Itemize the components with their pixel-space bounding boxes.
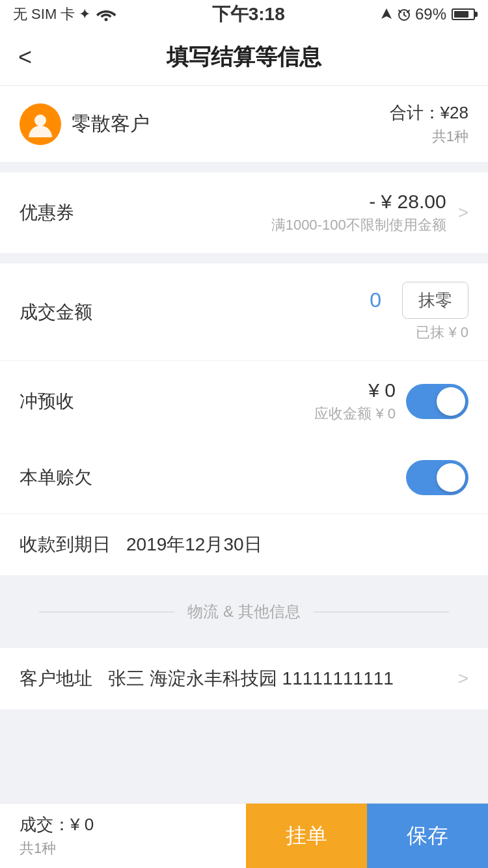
status-left: 无 SIM 卡 ✦ [13,5,116,24]
coupon-amount: - ¥ 28.00 [271,191,446,213]
coupon-label: 优惠券 [20,200,74,225]
transaction-amount-row: 成交金额 0 抹零 已抹 ¥ 0 [0,264,488,361]
debt-row: 本单赊欠 [0,442,488,513]
location-icon [380,7,393,21]
coupon-row[interactable]: 优惠券 - ¥ 28.00 满1000-100不限制使用金额 > [0,172,488,253]
advance-amount: ¥ 0 [314,379,396,401]
debt-toggle[interactable] [406,460,468,495]
address-section[interactable]: 客户地址 张三 海淀永丰科技园 11111111111 > [0,648,488,709]
address-label: 客户地址 [20,666,92,691]
divider-text: 物流 & 其他信息 [187,601,300,622]
coupon-right: - ¥ 28.00 满1000-100不限制使用金额 > [271,191,468,235]
pending-button[interactable]: 挂单 [246,804,367,868]
signal-text: 无 SIM 卡 ✦ [13,5,90,24]
page-title: 填写结算等信息 [167,42,321,72]
bottom-count: 共1种 [20,839,226,858]
transaction-value: 0 [370,288,381,312]
battery-percentage: 69% [415,5,446,23]
bottom-info: 成交：¥ 0 共1种 [0,804,246,868]
wifi-icon [96,7,116,21]
debt-label: 本单赊欠 [20,465,92,490]
save-button[interactable]: 保存 [367,804,488,868]
transaction-label: 成交金额 [20,300,92,325]
address-row[interactable]: 客户地址 张三 海淀永丰科技园 11111111111 > [0,648,488,709]
customer-right: 合计：¥28 共1种 [390,102,468,146]
divider-section: 物流 & 其他信息 [39,588,449,635]
divider-line-right [314,612,449,612]
advance-toggle-knob [437,387,465,416]
battery-icon [452,8,475,20]
due-date-row: 收款到期日 2019年12月30日 [0,513,488,575]
advance-right: ¥ 0 应收金额 ¥ 0 [314,379,468,424]
address-right: > [454,668,468,689]
transaction-section: 成交金额 0 抹零 已抹 ¥ 0 冲预收 ¥ 0 应收金额 ¥ 0 [0,264,488,442]
customer-name: 零散客户 [72,111,150,137]
customer-left: 零散客户 [20,103,150,145]
status-right: 69% [380,5,475,23]
already-rounded-text: 已抹 ¥ 0 [416,323,468,342]
svg-point-0 [105,18,108,21]
debt-section: 本单赊欠 收款到期日 2019年12月30日 [0,442,488,575]
debt-toggle-knob [437,463,465,492]
nav-bar: < 填写结算等信息 [0,29,488,86]
status-time: 下午3:18 [212,2,285,27]
avatar [20,103,61,145]
coupon-section[interactable]: 优惠券 - ¥ 28.00 满1000-100不限制使用金额 > [0,172,488,253]
customer-section: 零散客户 合计：¥28 共1种 [0,86,488,162]
total-count: 共1种 [390,127,468,146]
due-date-value: 2019年12月30日 [126,532,262,557]
coupon-chevron: > [458,202,468,223]
bottom-transaction: 成交：¥ 0 [20,813,226,836]
divider-line-left [39,612,174,612]
logistics-divider: 物流 & 其他信息 [0,575,488,648]
status-bar: 无 SIM 卡 ✦ 下午3:18 69% [0,0,488,29]
advance-desc: 应收金额 ¥ 0 [314,404,396,424]
due-label: 收款到期日 [20,532,111,557]
total-amount: 合计：¥28 [390,102,468,124]
address-value: 张三 海淀永丰科技园 11111111111 [108,666,454,691]
round-button[interactable]: 抹零 [402,282,468,319]
address-chevron: > [458,668,468,689]
bottom-bar: 成交：¥ 0 共1种 挂单 保存 [0,803,488,868]
back-button[interactable]: < [18,44,32,71]
advance-label: 冲预收 [20,389,74,414]
advance-row: 冲预收 ¥ 0 应收金额 ¥ 0 [0,361,488,442]
coupon-desc: 满1000-100不限制使用金额 [271,215,446,235]
advance-toggle[interactable] [406,384,468,419]
svg-point-2 [34,115,46,126]
alarm-icon [397,7,411,21]
